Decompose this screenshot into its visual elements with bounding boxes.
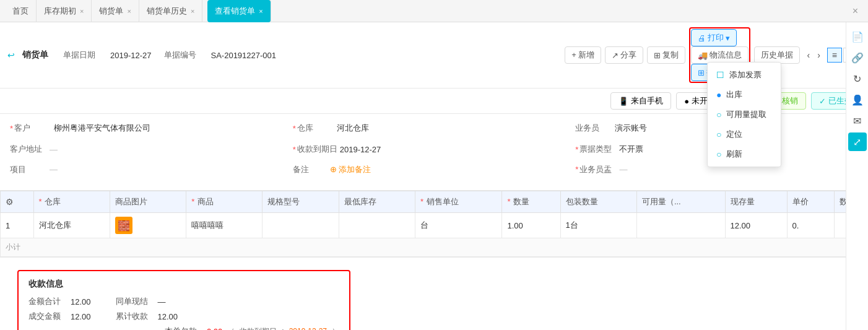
row-qty: 1.00 bbox=[502, 213, 560, 238]
project-field: 项目 — bbox=[10, 163, 293, 175]
amount-total-field: 金额合计 12.00 bbox=[28, 296, 91, 307]
history-button[interactable]: 历史单据 bbox=[754, 46, 800, 64]
sidebar-expand-icon[interactable]: ⤢ bbox=[848, 132, 867, 151]
warehouse-value: 河北仓库 bbox=[334, 121, 371, 135]
row-index: 1 bbox=[1, 213, 34, 238]
refresh-item[interactable]: ○ 刷新 bbox=[708, 144, 781, 164]
col-min-stock: 最低库存 bbox=[339, 191, 415, 213]
subtotal-row: 小计 bbox=[1, 238, 868, 257]
sidebar-refresh-icon[interactable]: ↻ bbox=[848, 69, 867, 88]
settings-icon[interactable]: ⚙ bbox=[6, 197, 14, 207]
current-due-field: 本单欠款 0.00 （ 收款到期日 : 2019-12-27 ） bbox=[165, 326, 339, 330]
share-icon: ↗ bbox=[612, 51, 618, 60]
sidebar-mail-icon[interactable]: ✉ bbox=[848, 111, 867, 130]
due-date-value: 2019-12-27 bbox=[289, 327, 327, 330]
product-thumbnail: 🧱 bbox=[115, 217, 132, 234]
transaction-amount-value: 12.00 bbox=[71, 312, 91, 321]
tab-sales-order[interactable]: 销货单 × bbox=[92, 0, 139, 22]
col-warehouse: * 仓库 bbox=[33, 191, 110, 213]
right-sidebar: 📄 🔗 ↻ 👤 ✉ ⤢ bbox=[846, 22, 868, 330]
current-due-value: 0.00 bbox=[207, 327, 222, 331]
print-button[interactable]: 🖨 打印 ▾ bbox=[691, 29, 737, 46]
same-order-field: 同单现结 — bbox=[116, 296, 166, 307]
col-product: * 商品 bbox=[186, 191, 263, 213]
outbound-item[interactable]: ● 出库 bbox=[708, 85, 781, 105]
add-invoice-item[interactable]: ☐ 添加发票 bbox=[708, 65, 781, 85]
row-spec bbox=[263, 213, 339, 238]
logistics-button[interactable]: 🚚 物流信息 bbox=[691, 46, 749, 64]
row-image: 🧱 bbox=[110, 213, 186, 238]
tab-view-sales-order[interactable]: 查看销货单 × bbox=[207, 0, 271, 22]
address-field: 客户地址 — bbox=[10, 144, 293, 155]
payment-section: 收款信息 金额合计 12.00 同单现结 — 成交金额 12.00 累计收款 bbox=[0, 258, 868, 330]
new-button[interactable]: + 新增 bbox=[565, 46, 601, 64]
col-pack-qty: 包装数量 bbox=[560, 191, 636, 213]
list-view-btn[interactable]: ≡ bbox=[827, 48, 842, 63]
col-image: 商品图片 bbox=[110, 191, 186, 213]
col-settings: ⚙ bbox=[1, 191, 34, 213]
col-current-stock: 现存量 bbox=[725, 191, 787, 213]
warehouse-field: * 仓库 河北仓库 bbox=[293, 121, 576, 135]
table-header-row: ⚙ * 仓库 商品图片 * 商品 规格型号 最低库存 * 销售单位 * 数量 包… bbox=[1, 191, 868, 213]
number-label: 单据编号 bbox=[164, 50, 196, 61]
sidebar-link-icon[interactable]: 🔗 bbox=[848, 48, 867, 67]
sales-person-value: — bbox=[617, 163, 630, 175]
col-available: 可用量（... bbox=[636, 191, 725, 213]
number-value: SA-20191227-001 bbox=[211, 51, 277, 60]
phone-icon: 📱 bbox=[618, 97, 628, 106]
tab-home[interactable]: 首页 bbox=[5, 0, 37, 22]
due-date-note: （ bbox=[227, 326, 235, 331]
project-value: — bbox=[47, 163, 60, 175]
row-pack-qty: 1台 bbox=[560, 213, 636, 238]
refresh-icon: ○ bbox=[716, 149, 721, 159]
close-tab-sales[interactable]: × bbox=[127, 7, 131, 15]
accumulated-receipts-value: 12.00 bbox=[158, 312, 178, 321]
accumulated-receipts-field: 累计收款 12.00 bbox=[116, 311, 178, 322]
close-tab-sales-history[interactable]: × bbox=[191, 7, 194, 15]
address-value: — bbox=[47, 144, 60, 155]
subtotal-label: 小计 bbox=[1, 238, 868, 257]
ticket-icon: ● bbox=[684, 97, 689, 106]
payment-row-2: 成交金额 12.00 累计收款 12.00 bbox=[28, 311, 339, 322]
row-min-stock bbox=[339, 213, 415, 238]
customer-value: 柳州粤港平安气体有限公司 bbox=[51, 121, 153, 135]
note-field: 备注 ⊕ 添加备注 bbox=[293, 164, 576, 175]
next-arrow[interactable]: › bbox=[814, 48, 823, 62]
date-label: 单据日期 bbox=[63, 50, 95, 61]
print-icon: 🖨 bbox=[698, 33, 706, 43]
invoice-icon: ☐ bbox=[716, 70, 724, 80]
doc-icon: ↩ bbox=[7, 50, 15, 60]
payment-row-3: 本单欠款 0.00 （ 收款到期日 : 2019-12-27 ） bbox=[28, 326, 339, 330]
prev-arrow[interactable]: ‹ bbox=[804, 48, 813, 62]
effective-icon: ✓ bbox=[819, 97, 826, 106]
from-phone-button[interactable]: 📱 来自手机 bbox=[610, 92, 671, 110]
tab-sales-history[interactable]: 销货单历史 × bbox=[139, 0, 202, 22]
col-unit: * 销售单位 bbox=[415, 191, 502, 213]
locate-item[interactable]: ○ 定位 bbox=[708, 124, 781, 144]
available-qty-item[interactable]: ○ 可用量提取 bbox=[708, 105, 781, 124]
logistics-icon: 🚚 bbox=[698, 51, 708, 60]
print-dropdown-arrow: ▾ bbox=[726, 33, 730, 43]
add-note-button[interactable]: ⊕ 添加备注 bbox=[330, 164, 371, 175]
tab-inventory-init[interactable]: 库存期初 × bbox=[37, 0, 92, 22]
row-available bbox=[636, 213, 725, 238]
row-warehouse: 河北仓库 bbox=[33, 213, 110, 238]
ticket-type-value: 不开票 bbox=[617, 142, 646, 156]
row-price: 0. bbox=[787, 213, 835, 238]
share-button[interactable]: ↗ 分享 bbox=[605, 46, 643, 64]
window-close-button[interactable]: × bbox=[848, 6, 863, 17]
available-icon: ○ bbox=[716, 110, 721, 119]
sidebar-user-icon[interactable]: 👤 bbox=[848, 90, 867, 109]
employee-value: 演示账号 bbox=[612, 121, 649, 135]
col-spec: 规格型号 bbox=[263, 191, 339, 213]
close-tab-view-sales[interactable]: × bbox=[259, 7, 263, 15]
product-table: ⚙ * 仓库 商品图片 * 商品 规格型号 最低库存 * 销售单位 * 数量 包… bbox=[0, 191, 868, 257]
customer-field: * 客户 柳州粤港平安气体有限公司 bbox=[10, 121, 293, 135]
copy-button[interactable]: ⊞ 复制 bbox=[647, 46, 685, 64]
table-row: 1 河北仓库 🧱 嘻嘻嘻嘻 台 1.00 1台 12.00 0. bbox=[1, 213, 868, 238]
plus-icon: ⊕ bbox=[330, 165, 337, 174]
sidebar-doc-icon[interactable]: 📄 bbox=[848, 27, 867, 46]
close-tab-inventory[interactable]: × bbox=[80, 7, 84, 15]
col-qty: * 数量 bbox=[502, 191, 560, 213]
date-value: 2019-12-27 bbox=[110, 51, 152, 60]
